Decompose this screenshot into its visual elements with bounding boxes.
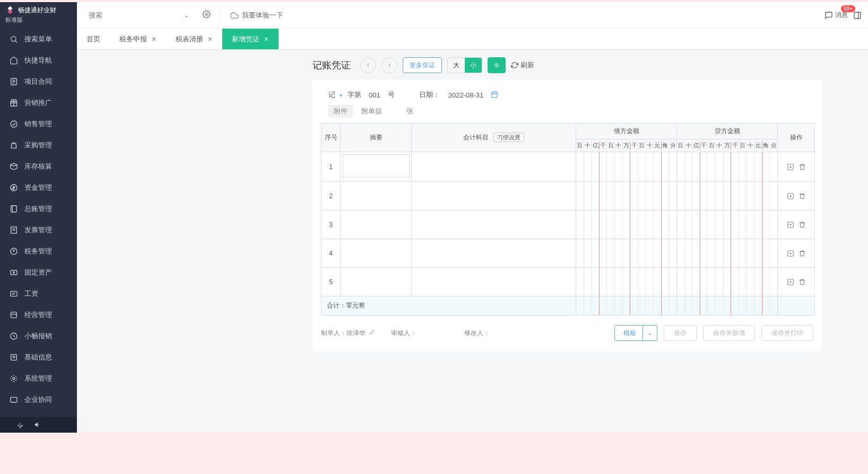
- sidebar-item-13[interactable]: 经营管理: [0, 304, 77, 326]
- action-cell: [778, 239, 815, 268]
- message-button[interactable]: 消息 99+: [824, 11, 848, 20]
- debit-cell[interactable]: [576, 152, 677, 182]
- tab-2[interactable]: 税表清册✕: [166, 29, 222, 49]
- debit-cell[interactable]: [576, 239, 677, 268]
- search-icon: [10, 35, 18, 43]
- account-cell[interactable]: [412, 268, 576, 296]
- try-label: 我要体验一下: [242, 11, 283, 20]
- debit-cell[interactable]: [576, 182, 677, 210]
- credit-cell[interactable]: [677, 268, 778, 296]
- summary-cell[interactable]: [341, 152, 412, 182]
- global-search[interactable]: ⌄: [83, 7, 195, 24]
- template-button[interactable]: 模板 ⌄: [614, 325, 657, 341]
- sidebar-item-9[interactable]: 发票管理: [0, 220, 77, 241]
- expand-icon[interactable]: [853, 11, 862, 20]
- voucher-number-input[interactable]: 001: [369, 91, 380, 99]
- close-icon[interactable]: ✕: [264, 36, 269, 43]
- size-small-button[interactable]: 小: [465, 58, 482, 73]
- sidebar-item-10[interactable]: 税务管理: [0, 241, 77, 262]
- tab-0[interactable]: 首页: [77, 29, 110, 49]
- save-button[interactable]: 保存: [664, 325, 697, 341]
- delete-row-icon[interactable]: [798, 278, 806, 286]
- edit-maker-icon[interactable]: [369, 329, 375, 337]
- credit-cell[interactable]: [677, 210, 778, 239]
- size-large-button[interactable]: 大: [448, 58, 465, 73]
- sidebar-item-6[interactable]: 库存核算: [0, 156, 77, 177]
- account-cell[interactable]: [412, 182, 576, 210]
- close-icon[interactable]: ✕: [151, 36, 157, 43]
- account-cell[interactable]: [412, 152, 576, 182]
- zidi-label: 字第: [348, 90, 361, 100]
- debit-cell[interactable]: [576, 268, 677, 296]
- summary-cell[interactable]: [341, 239, 412, 268]
- credit-cell[interactable]: [677, 152, 778, 182]
- calendar-icon[interactable]: [491, 91, 498, 100]
- debit-cell[interactable]: [576, 210, 677, 239]
- svg-point-3: [11, 121, 17, 127]
- delete-row-icon[interactable]: [798, 192, 806, 200]
- account-cell[interactable]: [412, 239, 576, 268]
- next-button[interactable]: [381, 57, 397, 73]
- gear-icon[interactable]: [202, 10, 211, 20]
- sidebar-footer: [0, 417, 77, 433]
- delete-row-icon[interactable]: [798, 221, 806, 229]
- sidebar-item-1[interactable]: 快捷导航: [0, 50, 77, 71]
- close-icon[interactable]: ✕: [207, 36, 213, 43]
- sidebar-item-17[interactable]: 企业协同: [0, 389, 77, 410]
- refresh-icon: [511, 62, 518, 69]
- page-title: 记账凭证: [313, 59, 351, 72]
- add-row-icon[interactable]: [787, 250, 794, 257]
- chevron-down-icon[interactable]: ⌄: [643, 326, 657, 340]
- more-voucher-button[interactable]: 更多凭证: [403, 57, 442, 73]
- sidebar-item-label: 系统管理: [24, 374, 52, 383]
- refresh-button[interactable]: 刷新: [511, 60, 534, 70]
- delete-row-icon[interactable]: [798, 163, 806, 171]
- preview-button[interactable]: [488, 57, 506, 73]
- sidebar-item-15[interactable]: 基础信息: [0, 347, 77, 368]
- chevron-down-icon[interactable]: ⌄: [184, 11, 189, 19]
- save-new-button[interactable]: 保存并新增: [703, 325, 755, 341]
- save-print-button[interactable]: 保存并打印: [761, 325, 813, 341]
- date-value[interactable]: 2022-08-31: [448, 91, 484, 99]
- refresh-label: 刷新: [520, 60, 534, 70]
- sidebar-item-2[interactable]: 项目合同: [0, 71, 77, 92]
- sidebar-item-8[interactable]: 总账管理: [0, 198, 77, 220]
- add-row-icon[interactable]: [787, 221, 794, 229]
- summary-cell[interactable]: [341, 268, 412, 296]
- sidebar-item-3[interactable]: 营销推广: [0, 92, 77, 113]
- add-row-icon[interactable]: [787, 192, 794, 200]
- tab-1[interactable]: 税务申报✕: [110, 29, 166, 49]
- attachment-button[interactable]: 附件: [328, 105, 353, 118]
- sidebar-item-11[interactable]: 固定资产: [0, 262, 77, 283]
- voucher-header-row2: 附件 附单据 张: [321, 105, 813, 123]
- sidebar-item-4[interactable]: 销售管理: [0, 113, 77, 135]
- account-cell[interactable]: [412, 210, 576, 239]
- voucher-type-select[interactable]: 记: [328, 90, 335, 100]
- salary-icon: [10, 289, 18, 298]
- sidebar-item-5[interactable]: 采购管理: [0, 135, 77, 156]
- sidebar-item-12[interactable]: 工资: [0, 283, 77, 304]
- sidebar-item-16[interactable]: 系统管理: [0, 368, 77, 389]
- search-input[interactable]: [89, 11, 180, 19]
- sidebar-item-14[interactable]: 小畅报销: [0, 326, 77, 347]
- th-credit: 贷方金额: [677, 124, 778, 139]
- credit-cell[interactable]: [677, 182, 778, 210]
- add-row-icon[interactable]: [787, 278, 794, 286]
- chevron-down-icon[interactable]: ▾: [340, 92, 342, 98]
- habit-settings-button[interactable]: 习惯设置: [493, 133, 524, 142]
- sound-icon[interactable]: [34, 421, 41, 428]
- sidebar-item-0[interactable]: 搜索菜单: [0, 29, 77, 50]
- summary-cell[interactable]: [341, 182, 412, 210]
- prev-button[interactable]: [360, 57, 376, 73]
- settings-icon[interactable]: [16, 421, 23, 428]
- tab-3[interactable]: 新增凭证✕: [222, 29, 279, 49]
- summary-cell[interactable]: [341, 210, 412, 239]
- summary-input[interactable]: [343, 154, 410, 178]
- delete-row-icon[interactable]: [798, 250, 806, 257]
- sidebar-item-7[interactable]: 资金管理: [0, 177, 77, 198]
- sidebar-item-18[interactable]: 新手引导: [0, 410, 77, 417]
- add-row-icon[interactable]: [787, 163, 794, 171]
- credit-cell[interactable]: [677, 239, 778, 268]
- sidebar: 畅捷通好业财 标准版 搜索菜单快捷导航项目合同营销推广销售管理采购管理库存核算资…: [0, 2, 77, 433]
- try-experience-button[interactable]: 我要体验一下: [230, 11, 283, 20]
